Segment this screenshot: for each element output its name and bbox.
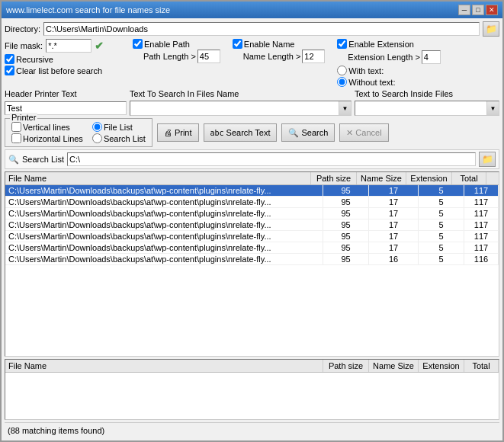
printer-radios: File List Search List (92, 122, 146, 143)
td-extension: 5 (419, 208, 464, 219)
directory-browse-button[interactable]: 📁 (483, 21, 499, 37)
vertical-lines-checkbox[interactable] (11, 122, 21, 132)
extension-length-row: Extension Length > (337, 50, 441, 64)
th-extension: Extension (406, 172, 452, 184)
header-printer-text-label: Header Printer Text (5, 89, 127, 98)
print-button[interactable]: 🖨 Print (157, 123, 199, 142)
search-list-radio[interactable] (92, 133, 102, 143)
search-inputs-row: ▼ ▼ (5, 101, 499, 116)
td-filename: C:\Users\Martin\Downloads\backups\at\wp-… (5, 219, 323, 230)
search-list-radio-label[interactable]: Search List (92, 133, 146, 143)
directory-input[interactable] (43, 22, 480, 36)
td-pathsize: 95 (323, 208, 369, 219)
search-headers: Header Printer Text Text To Search In Fi… (5, 89, 499, 98)
checkmark-icon: ✔ (95, 40, 104, 52)
recursive-checkbox-label[interactable]: Recursive (5, 54, 127, 64)
enable-extension-checkbox[interactable] (337, 39, 347, 49)
enable-path-checkbox[interactable] (133, 39, 143, 49)
name-length-input[interactable] (302, 50, 325, 63)
enable-name-label[interactable]: Enable Name (233, 39, 326, 49)
td-total: 117 (464, 219, 499, 230)
title-bar: www.limelect.com search for file names s… (2, 2, 502, 18)
td-pathsize: 95 (323, 254, 369, 264)
td-pathsize: 95 (323, 197, 369, 207)
search-list-input[interactable] (67, 152, 476, 166)
name-length-row: Name Length > (233, 50, 326, 63)
file-list-radio[interactable] (92, 122, 102, 132)
search-text-button[interactable]: abc Search Text (204, 123, 278, 142)
td-pathsize: 95 (323, 242, 369, 253)
table-row[interactable]: C:\Users\Martin\Downloads\backups\at\wp-… (5, 197, 499, 208)
th-filename: File Name (5, 172, 311, 184)
td-filename: C:\Users\Martin\Downloads\backups\at\wp-… (5, 185, 323, 196)
td-extension: 5 (419, 254, 464, 264)
search-list-label: Search List (22, 155, 64, 164)
clear-list-checkbox[interactable] (5, 66, 14, 75)
file-mask-label: File mask: (5, 41, 43, 50)
printer-group: Printer Vertical lines Horizontal Lines (5, 118, 152, 147)
text-to-search-inside-dropdown[interactable]: ▼ (355, 101, 499, 116)
abc-icon: abc (210, 129, 224, 137)
recursive-checkbox[interactable] (5, 54, 14, 64)
table-row[interactable]: C:\Users\Martin\Downloads\backups\at\wp-… (5, 242, 499, 254)
table-row[interactable]: C:\Users\Martin\Downloads\backups\at\wp-… (5, 185, 499, 197)
bottom-th-pathsize: Path size (323, 360, 369, 372)
path-length-input[interactable] (197, 50, 220, 63)
text-to-search-inside-arrow[interactable]: ▼ (486, 101, 499, 115)
td-filename: C:\Users\Martin\Downloads\backups\at\wp-… (5, 231, 323, 242)
table-row[interactable]: C:\Users\Martin\Downloads\backups\at\wp-… (5, 254, 499, 265)
maximize-button[interactable]: □ (472, 5, 484, 15)
table-row[interactable]: C:\Users\Martin\Downloads\backups\at\wp-… (5, 231, 499, 242)
search-list-browse-button[interactable]: 📁 (479, 152, 496, 167)
td-filename: C:\Users\Martin\Downloads\backups\at\wp-… (5, 254, 323, 264)
with-text-radio[interactable] (337, 66, 347, 75)
search-button[interactable]: 🔍 Search (281, 123, 335, 142)
main-table: File Name Path size Name Size Extension … (5, 171, 499, 357)
directory-row: Directory: 📁 (5, 21, 499, 37)
td-pathsize: 95 (323, 231, 369, 242)
status-text: (88 matching items found) (8, 426, 104, 435)
content-area: Directory: 📁 File mask: ✔ Recursive (2, 18, 502, 440)
table-row[interactable]: C:\Users\Martin\Downloads\backups\at\wp-… (5, 208, 499, 219)
table-row[interactable]: C:\Users\Martin\Downloads\backups\at\wp-… (5, 219, 499, 231)
cancel-button[interactable]: ✕ Cancel (339, 123, 388, 142)
with-text-label[interactable]: With text: (337, 66, 441, 75)
minimize-button[interactable]: ─ (458, 5, 470, 15)
clear-list-checkbox-label[interactable]: Clear list before search (5, 66, 127, 75)
print-icon: 🖨 (164, 128, 172, 137)
without-text-label[interactable]: Without text: (337, 77, 441, 87)
printer-section: Printer Vertical lines Horizontal Lines (5, 118, 499, 147)
printer-group-label: Printer (10, 113, 37, 122)
search-list-folder-icon: 📁 (482, 154, 493, 165)
td-total: 117 (464, 185, 499, 196)
file-mask-row: File mask: ✔ (5, 39, 127, 53)
td-total: 117 (464, 208, 499, 219)
bottom-th-extension: Extension (419, 360, 464, 372)
horizontal-lines-checkbox[interactable] (11, 133, 21, 143)
text-to-search-files-dropdown[interactable]: ▼ (130, 101, 352, 116)
printer-inner: Vertical lines Horizontal Lines File Lis… (11, 122, 146, 143)
enable-extension-label[interactable]: Enable Extension (337, 39, 441, 49)
td-filename: C:\Users\Martin\Downloads\backups\at\wp-… (5, 197, 323, 207)
text-to-search-inside-input[interactable] (355, 101, 486, 115)
text-to-search-files-arrow[interactable]: ▼ (339, 101, 351, 115)
enable-name-block: Enable Name Name Length > (233, 39, 326, 63)
without-text-radio[interactable] (337, 77, 347, 87)
enable-path-label[interactable]: Enable Path (133, 39, 220, 49)
horizontal-lines-label[interactable]: Horizontal Lines (11, 133, 83, 143)
close-button[interactable]: ✕ (486, 5, 498, 15)
vertical-lines-label[interactable]: Vertical lines (11, 122, 83, 132)
directory-label: Directory: (5, 24, 40, 34)
td-namesize: 17 (369, 242, 419, 253)
file-list-label[interactable]: File List (92, 122, 146, 132)
td-namesize: 17 (369, 231, 419, 242)
path-length-row: Path Length > (133, 50, 220, 63)
file-mask-input[interactable] (46, 39, 91, 53)
th-total: Total (452, 172, 486, 184)
folder-icon: 📁 (486, 24, 497, 34)
extension-length-input[interactable] (422, 50, 441, 64)
text-to-search-files-input[interactable] (130, 101, 339, 115)
table-header: File Name Path size Name Size Extension … (5, 172, 499, 185)
enable-name-checkbox[interactable] (233, 39, 242, 49)
title-bar-buttons: ─ □ ✕ (458, 5, 498, 15)
